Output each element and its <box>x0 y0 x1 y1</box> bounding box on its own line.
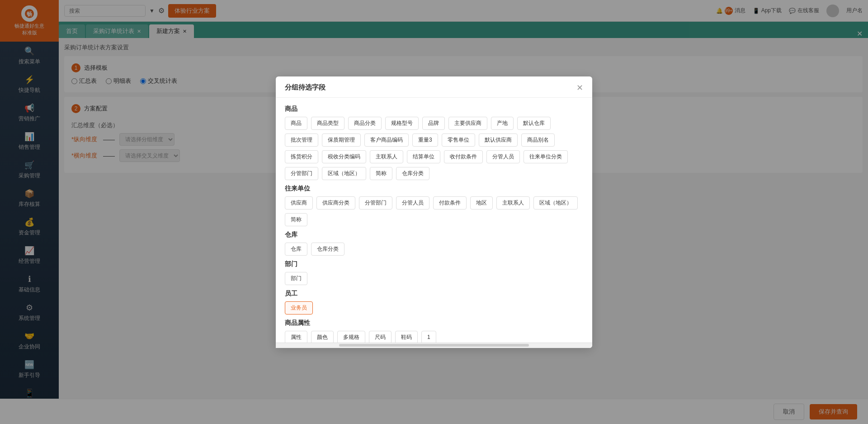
section-title-goods-attrs: 商品属性 <box>285 319 583 327</box>
section-title-goods: 商品 <box>285 105 583 113</box>
section-title-partners: 往来单位 <box>285 185 583 193</box>
modal-header: 分组待选字段 ✕ <box>276 76 592 98</box>
field-btn-region-goods[interactable]: 区域（地区） <box>322 167 366 180</box>
field-btn-department[interactable]: 部门 <box>285 272 307 285</box>
field-btn-contact-partners[interactable]: 主联系人 <box>496 196 530 210</box>
modal-scrollbar-x[interactable] <box>276 343 592 348</box>
field-btn-short-name-partners[interactable]: 简称 <box>285 213 307 226</box>
field-btn-payment-cond[interactable]: 付款条件 <box>433 196 467 210</box>
field-grid-department: 部门 <box>285 272 583 285</box>
field-btn-goods-category[interactable]: 商品分类 <box>348 117 382 130</box>
section-title-warehouse: 仓库 <box>285 231 583 239</box>
field-btn-default-warehouse[interactable]: 默认仓库 <box>517 117 551 130</box>
field-btn-expiry-mgmt[interactable]: 保质期管理 <box>322 133 361 147</box>
field-btn-shoe-size[interactable]: 鞋码 <box>395 331 418 343</box>
field-btn-dept-partners[interactable]: 分管部门 <box>359 196 392 210</box>
section-title-employee: 员工 <box>285 290 583 298</box>
field-btn-settlement-unit[interactable]: 结算单位 <box>407 150 440 163</box>
field-btn-num1[interactable]: 1 <box>421 331 436 343</box>
field-btn-supplier[interactable]: 供应商 <box>285 196 313 210</box>
scrollbar-thumb <box>339 344 529 347</box>
field-btn-person-in-charge[interactable]: 分管人员 <box>486 150 520 163</box>
section-title-department: 部门 <box>285 260 583 268</box>
field-grid-goods: 商品 商品类型 商品分类 规格型号 品牌 主要供应商 产地 默认仓库 批次管理 … <box>285 117 583 180</box>
field-btn-supplier-category[interactable]: 供应商分类 <box>316 196 355 210</box>
field-btn-warehouse-category-goods[interactable]: 仓库分类 <box>396 167 429 180</box>
field-btn-batch-mgmt[interactable]: 批次管理 <box>285 133 318 147</box>
field-btn-pick-points[interactable]: 拣货积分 <box>285 150 318 163</box>
field-btn-retail-unit[interactable]: 零售单位 <box>442 133 475 147</box>
field-btn-person-partners[interactable]: 分管人员 <box>396 196 429 210</box>
field-btn-spec-type[interactable]: 规格型号 <box>385 117 419 130</box>
field-btn-employee[interactable]: 业务员 <box>285 301 313 314</box>
field-btn-payment-terms[interactable]: 收付款条件 <box>444 150 483 163</box>
field-btn-main-contact[interactable]: 主联系人 <box>370 150 403 163</box>
field-btn-region-partners[interactable]: 地区 <box>470 196 493 210</box>
field-btn-tax-code[interactable]: 税收分类编码 <box>322 150 366 163</box>
field-grid-employee: 业务员 <box>285 301 583 314</box>
field-btn-color[interactable]: 颜色 <box>311 331 334 343</box>
modal-close-button[interactable]: ✕ <box>576 83 583 93</box>
field-btn-default-supplier[interactable]: 默认供应商 <box>479 133 518 147</box>
field-btn-warehouse[interactable]: 仓库 <box>285 243 307 256</box>
field-btn-main-supplier[interactable]: 主要供应商 <box>448 117 487 130</box>
field-btn-attr[interactable]: 属性 <box>285 331 307 343</box>
field-btn-region2-partners[interactable]: 区域（地区） <box>533 196 578 210</box>
field-btn-partner-category[interactable]: 往来单位分类 <box>524 150 568 163</box>
modal-body: 商品 商品 商品类型 商品分类 规格型号 品牌 主要供应商 产地 默认仓库 批次… <box>276 98 592 343</box>
field-btn-dept[interactable]: 分管部门 <box>285 167 318 180</box>
field-btn-weight3[interactable]: 重量3 <box>412 133 438 147</box>
field-grid-goods-attrs: 属性 颜色 多规格 尺码 鞋码 1 <box>285 331 583 343</box>
modal-title: 分组待选字段 <box>285 83 326 92</box>
field-btn-customer-code[interactable]: 客户商品编码 <box>364 133 409 147</box>
field-select-modal: 分组待选字段 ✕ 商品 商品 商品类型 商品分类 规格型号 品牌 主要供应商 产… <box>276 76 592 348</box>
field-btn-short-name-goods[interactable]: 简称 <box>370 167 392 180</box>
field-grid-partners: 供应商 供应商分类 分管部门 分管人员 付款条件 地区 主联系人 区域（地区） … <box>285 196 583 226</box>
field-btn-warehouse-category[interactable]: 仓库分类 <box>311 243 344 256</box>
field-btn-goods-type[interactable]: 商品类型 <box>311 117 344 130</box>
field-grid-warehouse: 仓库 仓库分类 <box>285 243 583 256</box>
field-btn-size[interactable]: 尺码 <box>369 331 392 343</box>
field-btn-goods-alias[interactable]: 商品别名 <box>521 133 555 147</box>
field-btn-multi-spec[interactable]: 多规格 <box>337 331 365 343</box>
field-btn-brand[interactable]: 品牌 <box>422 117 445 130</box>
field-btn-origin[interactable]: 产地 <box>491 117 514 130</box>
field-btn-goods[interactable]: 商品 <box>285 117 307 130</box>
